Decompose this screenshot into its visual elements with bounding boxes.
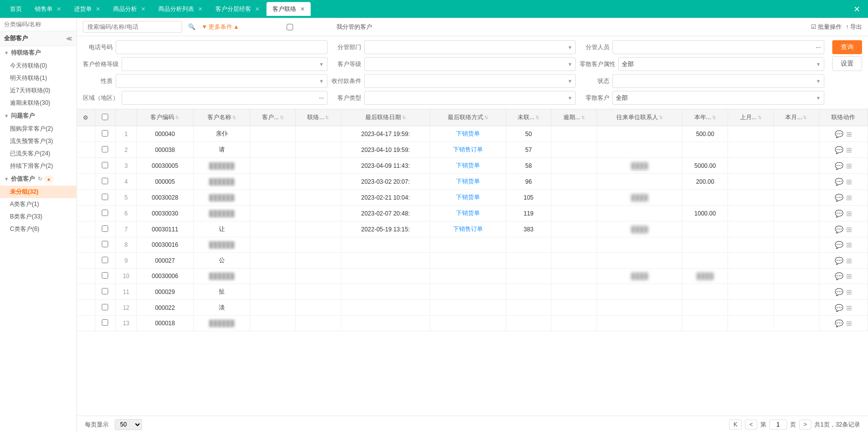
sidebar-item-class-c[interactable]: C类客户(6) bbox=[0, 223, 76, 235]
close-customer-contact-icon[interactable]: ✕ bbox=[300, 6, 305, 12]
close-product-analysis-list-icon[interactable]: ✕ bbox=[198, 6, 202, 12]
row-checkbox[interactable] bbox=[102, 288, 108, 294]
contact-phone-icon[interactable]: 💬 bbox=[835, 162, 843, 170]
last-contact-method-column-header[interactable]: 最后联络方式⇅ bbox=[430, 109, 506, 126]
sidebar-group-problem[interactable]: ▼ 问题客户 bbox=[0, 109, 76, 123]
contact-phone-icon[interactable]: 💬 bbox=[835, 194, 843, 202]
contact-more-icon[interactable]: ⊞ bbox=[846, 272, 852, 280]
sidebar-item-churn-warning[interactable]: 流失预警客户(3) bbox=[0, 135, 76, 147]
contact-more-icon[interactable]: ⊞ bbox=[846, 178, 852, 186]
sidebar-item-7day-pending[interactable]: 近7天待联络(0) bbox=[0, 84, 76, 97]
manager-select[interactable]: ··· bbox=[612, 40, 824, 54]
contact-more-icon[interactable]: ⊞ bbox=[846, 319, 852, 327]
checkbox-column-header[interactable] bbox=[95, 109, 116, 126]
row-checkbox-cell[interactable] bbox=[95, 221, 116, 237]
row-checkbox-cell[interactable] bbox=[95, 253, 116, 269]
contact-phone-icon[interactable]: 💬 bbox=[835, 319, 843, 327]
row-checkbox[interactable] bbox=[102, 130, 108, 137]
contact-method-link[interactable]: 下销售订单 bbox=[453, 225, 483, 232]
last-month-column-header[interactable]: 上月...⇅ bbox=[728, 109, 774, 126]
search-input[interactable] bbox=[83, 21, 182, 33]
contact-more-icon[interactable]: ⊞ bbox=[846, 288, 852, 296]
payment-select[interactable]: ▼ bbox=[364, 74, 576, 88]
tab-purchase[interactable]: 进货单 ✕ bbox=[68, 2, 106, 16]
contact-phone-icon[interactable]: 💬 bbox=[835, 257, 843, 265]
contact-phone-icon[interactable]: 💬 bbox=[835, 178, 843, 186]
row-checkbox[interactable] bbox=[102, 257, 108, 263]
row-checkbox-cell[interactable] bbox=[95, 142, 116, 158]
row-checkbox[interactable] bbox=[102, 194, 108, 200]
row-checkbox-cell[interactable] bbox=[95, 300, 116, 316]
customer-level-select[interactable]: ▼ bbox=[364, 57, 576, 71]
sidebar-item-class-b[interactable]: B类客户(33) bbox=[0, 211, 76, 223]
type-column-header[interactable]: 客户...⇅ bbox=[250, 109, 296, 126]
all-customers-header[interactable]: 全部客户 ≪ bbox=[0, 31, 76, 46]
contact-more-icon[interactable]: ⊞ bbox=[846, 241, 852, 249]
phone-input[interactable] bbox=[116, 40, 328, 54]
contact-phone-icon[interactable]: 💬 bbox=[835, 288, 843, 296]
row-checkbox[interactable] bbox=[102, 162, 108, 168]
retail-attr-select[interactable]: 全部 ▼ bbox=[618, 57, 824, 71]
close-purchase-icon[interactable]: ✕ bbox=[96, 6, 100, 12]
settings-column-header[interactable]: ⚙ bbox=[77, 109, 95, 126]
overdue-column-header[interactable]: 逾期...⇅ bbox=[551, 109, 597, 126]
row-checkbox[interactable] bbox=[102, 272, 108, 279]
last-contact-date-column-header[interactable]: 最后联络日期⇅ bbox=[341, 109, 430, 126]
close-product-analysis-icon[interactable]: ✕ bbox=[141, 6, 145, 12]
contact-phone-icon[interactable]: 💬 bbox=[835, 304, 843, 312]
contact-more-icon[interactable]: ⊞ bbox=[846, 162, 852, 170]
next-page-button[interactable]: > bbox=[799, 420, 811, 430]
contact-method-link[interactable]: 下销货单 bbox=[456, 178, 480, 185]
prev-page-button[interactable]: < bbox=[745, 420, 757, 430]
settings-icon[interactable]: ⚙ bbox=[83, 114, 88, 121]
contact-phone-icon[interactable]: 💬 bbox=[835, 225, 843, 233]
row-checkbox[interactable] bbox=[102, 319, 108, 326]
tab-home[interactable]: 首页 bbox=[4, 2, 28, 16]
sidebar-item-hoarding[interactable]: 囤购异常客户(2) bbox=[0, 123, 76, 135]
contact-method-link[interactable]: 下销货单 bbox=[456, 162, 480, 169]
dept-select[interactable]: ▼ bbox=[364, 40, 576, 54]
sidebar-item-today-pending[interactable]: 今天待联络(0) bbox=[0, 60, 76, 72]
contact-more-icon[interactable]: ⊞ bbox=[846, 130, 852, 138]
my-customers-checkbox-area[interactable]: 我分管的客户 bbox=[245, 23, 372, 31]
row-checkbox-cell[interactable] bbox=[95, 206, 116, 221]
contact-more-icon[interactable]: ⊞ bbox=[846, 194, 852, 202]
contact-more-icon[interactable]: ⊞ bbox=[846, 146, 852, 154]
contact-method-link[interactable]: 下销货单 bbox=[456, 194, 480, 201]
sidebar-item-ungrouped[interactable]: 未分组(32) bbox=[0, 186, 76, 198]
sidebar-item-declining[interactable]: 持续下滑客户(2) bbox=[0, 160, 76, 172]
contact-more-icon[interactable]: ⊞ bbox=[846, 210, 852, 217]
batch-operation-button[interactable]: ☑ 批量操作 bbox=[811, 23, 842, 31]
row-checkbox[interactable] bbox=[102, 241, 108, 247]
more-conditions-button[interactable]: ▼ 更多条件 ▲ bbox=[201, 23, 239, 31]
page-number-input[interactable] bbox=[769, 420, 787, 430]
contact-more-icon[interactable]: ⊞ bbox=[846, 304, 852, 312]
contact-more-icon[interactable]: ⊞ bbox=[846, 257, 852, 265]
row-checkbox[interactable] bbox=[102, 210, 108, 216]
status-select[interactable]: ▼ bbox=[612, 74, 824, 88]
row-checkbox[interactable] bbox=[102, 146, 108, 152]
sidebar-item-class-a[interactable]: A类客户(1) bbox=[0, 198, 76, 211]
search-button[interactable]: 🔍 bbox=[188, 23, 196, 30]
intercompany-column-header[interactable]: 往来单位联系人⇅ bbox=[597, 109, 682, 126]
price-level-select[interactable]: ▼ bbox=[122, 57, 328, 71]
retail-customer-select[interactable]: 全部 ▼ bbox=[612, 91, 824, 105]
contact-method-link[interactable]: 下销货单 bbox=[456, 210, 480, 216]
close-sales-icon[interactable]: ✕ bbox=[57, 6, 61, 12]
tab-sales[interactable]: 销售单 ✕ bbox=[29, 2, 67, 16]
row-checkbox-cell[interactable] bbox=[95, 237, 116, 253]
row-checkbox[interactable] bbox=[102, 178, 108, 184]
contact-phone-icon[interactable]: 💬 bbox=[835, 130, 843, 138]
tab-product-analysis-list[interactable]: 商品分析列表 ✕ bbox=[152, 2, 208, 16]
contact-column-header[interactable]: 联络...⇅ bbox=[296, 109, 341, 126]
query-button[interactable]: 查询 bbox=[832, 40, 862, 54]
contact-method-link[interactable]: 下销货单 bbox=[456, 130, 480, 137]
sidebar-item-churned[interactable]: 已流失客户(24) bbox=[0, 147, 76, 160]
row-checkbox[interactable] bbox=[102, 304, 108, 310]
contact-phone-icon[interactable]: 💬 bbox=[835, 241, 843, 249]
tab-product-analysis[interactable]: 商品分析 ✕ bbox=[107, 2, 151, 16]
tab-customer-segment[interactable]: 客户分层经客 ✕ bbox=[209, 2, 266, 16]
row-checkbox-cell[interactable] bbox=[95, 174, 116, 190]
refresh-icon[interactable]: ↻ bbox=[38, 176, 42, 182]
row-checkbox-cell[interactable] bbox=[95, 284, 116, 300]
